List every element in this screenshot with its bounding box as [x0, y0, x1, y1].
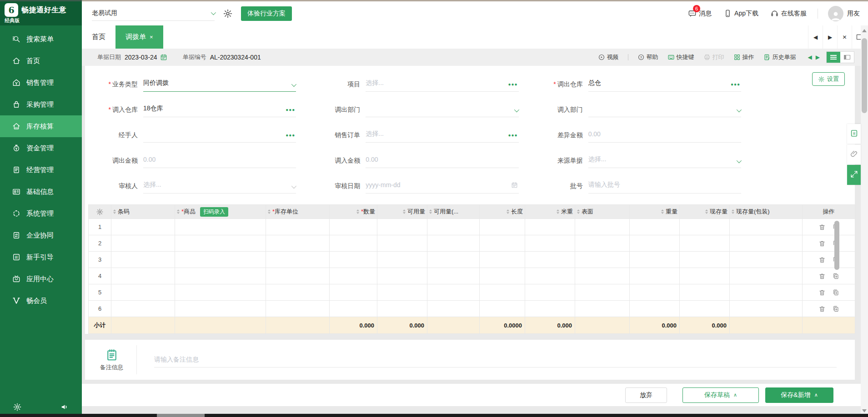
settings-gear-icon[interactable] [13, 402, 22, 412]
tab-2[interactable]: 调拨单× [115, 25, 163, 49]
online-service-button[interactable]: 在线客服 [770, 9, 807, 18]
col-header-商品[interactable]: *商品扫码录入 [175, 205, 266, 219]
table-cell[interactable] [266, 284, 330, 301]
table-cell[interactable] [730, 235, 803, 252]
col-header-重量[interactable]: 重量 [630, 205, 680, 219]
field-input[interactable]: 选择... [588, 152, 741, 168]
table-cell[interactable] [730, 301, 803, 317]
sidebar-item-4[interactable]: 采购管理 [0, 94, 82, 115]
table-cell[interactable] [175, 284, 266, 301]
table-cell[interactable] [525, 252, 575, 268]
table-cell[interactable] [730, 219, 803, 235]
field-input[interactable] [588, 101, 741, 117]
col-header-可用量[interactable]: 可用量 [377, 205, 427, 219]
sidebar-item-11[interactable]: 新新手引导 [0, 246, 82, 268]
sort-icon[interactable] [705, 209, 708, 214]
table-cell[interactable] [680, 284, 730, 301]
table-cell[interactable] [575, 268, 630, 284]
chevron-down-icon[interactable] [291, 82, 296, 87]
scrollbar-thumb[interactable] [862, 38, 867, 113]
chevron-down-icon[interactable] [291, 184, 296, 189]
field-input[interactable]: yyyy-mm-dd [366, 178, 518, 194]
table-cell[interactable] [330, 301, 377, 317]
table-cell[interactable] [266, 301, 330, 317]
table-cell[interactable] [630, 284, 680, 301]
calendar-icon[interactable] [160, 54, 167, 61]
table-cell[interactable] [266, 235, 330, 252]
expand-tool[interactable] [847, 165, 861, 185]
table-cell[interactable] [575, 235, 630, 252]
sidebar-item-12[interactable]: 应用中心 [0, 268, 82, 290]
table-cell[interactable] [680, 252, 730, 268]
chevron-down-icon[interactable] [737, 107, 742, 112]
table-cell[interactable] [111, 235, 175, 252]
table-cell[interactable] [427, 284, 480, 301]
scroll-up-arrow[interactable] [862, 29, 867, 32]
field-input[interactable]: 请输入批号 [588, 178, 741, 194]
scroll-down-arrow[interactable] [862, 409, 867, 412]
trial-plan-button[interactable]: 体验行业方案 [241, 6, 292, 21]
table-cell[interactable] [575, 252, 630, 268]
trash-icon[interactable] [818, 256, 826, 263]
col-header-表面[interactable]: 表面 [575, 205, 630, 219]
sidebar-item-7[interactable]: 经营管理 [0, 159, 82, 181]
帮助-button[interactable]: ?帮助 [637, 53, 658, 61]
sidebar-item-13[interactable]: 畅会员 [0, 290, 82, 312]
table-cell[interactable] [175, 219, 266, 235]
list-view-button[interactable] [827, 52, 840, 63]
table-cell[interactable] [680, 268, 730, 284]
field-input[interactable]: 选择...●●● [366, 76, 518, 92]
table-cell[interactable] [330, 284, 377, 301]
table-cell[interactable] [111, 219, 175, 235]
table-cell[interactable] [175, 252, 266, 268]
ellipsis-icon[interactable]: ●●● [508, 133, 518, 138]
table-cell[interactable] [480, 268, 525, 284]
table-cell[interactable] [525, 284, 575, 301]
copy-add-icon[interactable] [832, 305, 839, 313]
table-cell[interactable] [377, 219, 427, 235]
settings-button[interactable]: 设置 [812, 72, 845, 86]
avatar[interactable] [828, 6, 843, 21]
doc-date-value[interactable]: 2023-03-24 [125, 54, 157, 61]
save-and-new-button[interactable]: 保存&新增∧ [765, 387, 833, 403]
table-cell[interactable] [111, 284, 175, 301]
table-cell[interactable] [427, 252, 480, 268]
col-header-现存量(包装)[interactable]: 现存量(包装) [730, 205, 803, 219]
table-cell[interactable] [730, 252, 803, 268]
next-record-button[interactable]: ▶ [816, 54, 820, 60]
field-input[interactable]: 0.00 [143, 152, 296, 168]
table-cell[interactable] [377, 235, 427, 252]
table-cell[interactable] [680, 301, 730, 317]
chevron-down-icon[interactable] [514, 107, 519, 112]
table-cell[interactable] [427, 219, 480, 235]
table-cell[interactable] [630, 252, 680, 268]
chevron-down-icon[interactable] [737, 158, 742, 163]
draft-tool[interactable]: 草 [847, 124, 861, 144]
table-cell[interactable] [266, 268, 330, 284]
close-icon[interactable]: × [150, 34, 153, 40]
discard-button[interactable]: 放弃 [625, 387, 667, 403]
field-input[interactable]: 总仓●●● [588, 76, 741, 92]
sort-icon[interactable] [356, 209, 359, 214]
table-cell[interactable] [111, 301, 175, 317]
table-cell[interactable] [330, 235, 377, 252]
table-cell[interactable] [377, 252, 427, 268]
table-cell[interactable] [427, 235, 480, 252]
field-input[interactable]: 0.00 [588, 127, 741, 143]
table-cell[interactable] [730, 284, 803, 301]
table-cell[interactable] [111, 252, 175, 268]
table-cell[interactable] [330, 252, 377, 268]
sidebar-item-8[interactable]: 基础信息 [0, 181, 82, 203]
trash-icon[interactable] [818, 240, 826, 247]
app-download-button[interactable]: App下载 [723, 9, 758, 18]
sort-icon[interactable] [732, 209, 734, 214]
workspace-select[interactable]: 老易试用 [92, 6, 215, 21]
table-cell[interactable] [175, 268, 266, 284]
sidebar-item-5[interactable]: 库存核算 [0, 115, 82, 137]
trash-icon[interactable] [818, 223, 826, 231]
gear-icon[interactable] [223, 9, 233, 19]
table-cell[interactable] [427, 301, 480, 317]
trash-icon[interactable] [818, 305, 826, 313]
table-cell[interactable] [575, 301, 630, 317]
table-cell[interactable] [266, 219, 330, 235]
